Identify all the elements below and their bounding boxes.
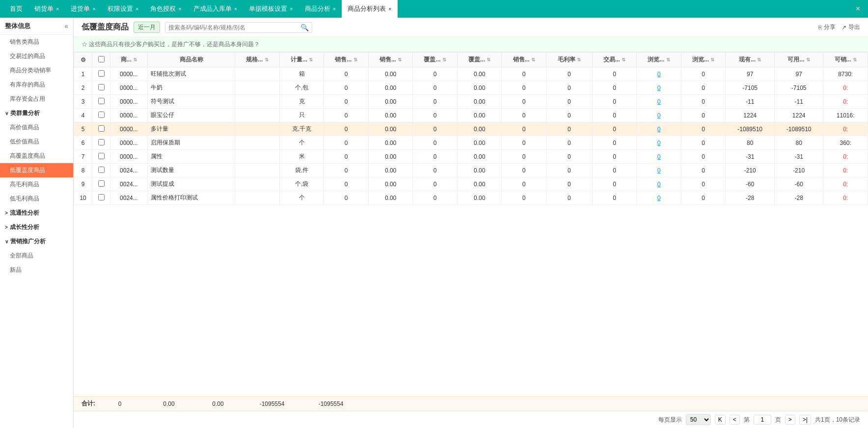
sidebar-item-all-goods[interactable]: 全部商品 bbox=[0, 249, 73, 263]
share-button[interactable]: ⎘ 分享 bbox=[818, 23, 836, 31]
cell-sales-count: 0 bbox=[502, 95, 546, 109]
col-available[interactable]: 可用... ⇅ bbox=[774, 53, 823, 67]
search-input[interactable] bbox=[168, 24, 300, 31]
cell-checkbox[interactable] bbox=[92, 122, 110, 136]
nav-item-sales[interactable]: 销货单 × bbox=[28, 0, 65, 18]
nav-close-roles[interactable]: × bbox=[178, 6, 181, 12]
nav-item-products[interactable]: 产成品入库单 × bbox=[188, 0, 243, 18]
nav-item-home[interactable]: 首页 bbox=[4, 0, 28, 18]
cell-browse1[interactable]: 0 bbox=[637, 164, 681, 177]
row-checkbox[interactable] bbox=[98, 153, 105, 159]
row-checkbox[interactable] bbox=[98, 70, 105, 77]
sidebar-group-marketing[interactable]: ∨ 营销推广分析 bbox=[0, 234, 73, 249]
cell-browse1[interactable]: 0 bbox=[637, 177, 681, 191]
row-checkbox[interactable] bbox=[98, 180, 105, 187]
cell-browse1[interactable]: 0 bbox=[637, 81, 681, 95]
nav-close-templates[interactable]: × bbox=[290, 6, 293, 12]
page-input[interactable] bbox=[754, 415, 771, 425]
col-browse2[interactable]: 浏览... ⇅ bbox=[681, 53, 726, 67]
sidebar-item-stock-fund[interactable]: 库存资金占用 bbox=[0, 92, 73, 106]
nav-close-analysis-list[interactable]: × bbox=[388, 6, 391, 12]
sidebar-item-low-coverage[interactable]: 低覆盖度商品 bbox=[0, 163, 73, 177]
nav-close-products[interactable]: × bbox=[234, 6, 237, 12]
prev-page-button[interactable]: < bbox=[730, 415, 740, 425]
row-checkbox[interactable] bbox=[98, 98, 105, 104]
cell-browse1[interactable]: 0 bbox=[637, 122, 681, 136]
col-checkbox[interactable] bbox=[92, 53, 110, 67]
cell-browse1[interactable]: 0 bbox=[637, 191, 681, 205]
cell-current: 97 bbox=[726, 67, 774, 81]
cell-checkbox[interactable] bbox=[92, 109, 110, 122]
cell-checkbox[interactable] bbox=[92, 150, 110, 164]
nav-item-templates[interactable]: 单据模板设置 × bbox=[243, 0, 298, 18]
last-page-button[interactable]: >| bbox=[799, 415, 811, 425]
table-container[interactable]: ⚙ 商... ⇅ 商品名称 规格... ⇅ 计量... ⇅ 销售... ⇅ 销售… bbox=[74, 52, 868, 396]
sidebar-item-new-goods[interactable]: 新品 bbox=[0, 263, 73, 277]
sidebar-item-category-rate[interactable]: 商品分类动销率 bbox=[0, 63, 73, 78]
cell-browse1[interactable]: 0 bbox=[637, 150, 681, 164]
sidebar-collapse-button[interactable]: « bbox=[64, 22, 68, 30]
nav-close-purchase[interactable]: × bbox=[92, 6, 95, 12]
cell-checkbox[interactable] bbox=[92, 191, 110, 205]
col-cover2[interactable]: 覆盖... ⇅ bbox=[457, 53, 502, 67]
sidebar-item-stock-goods[interactable]: 有库存的商品 bbox=[0, 78, 73, 92]
row-checkbox[interactable] bbox=[98, 194, 105, 200]
cell-current: -11 bbox=[726, 95, 774, 109]
row-checkbox[interactable] bbox=[98, 139, 105, 145]
nav-close-sales[interactable]: × bbox=[56, 6, 59, 12]
col-gross-rate[interactable]: 毛利率 ⇅ bbox=[546, 53, 592, 67]
row-checkbox[interactable] bbox=[98, 112, 105, 118]
sidebar-item-sales-goods[interactable]: 销售类商品 bbox=[0, 35, 73, 49]
cell-checkbox[interactable] bbox=[92, 95, 110, 109]
col-saleable[interactable]: 可销... ⇅ bbox=[823, 53, 868, 67]
col-browse1[interactable]: 浏览... ⇅ bbox=[637, 53, 681, 67]
cell-checkbox[interactable] bbox=[92, 136, 110, 150]
first-page-button[interactable]: K bbox=[715, 415, 726, 425]
nav-close-perms[interactable]: × bbox=[136, 6, 138, 12]
cell-name: 牛奶 bbox=[148, 81, 235, 95]
sidebar-item-high-coverage[interactable]: 高覆盖度商品 bbox=[0, 149, 73, 163]
col-settings[interactable]: ⚙ bbox=[74, 53, 92, 67]
next-page-button[interactable]: > bbox=[785, 415, 795, 425]
sidebar-item-low-margin[interactable]: 低毛利商品 bbox=[0, 192, 73, 206]
col-current[interactable]: 现有... ⇅ bbox=[726, 53, 774, 67]
col-trade[interactable]: 交易... ⇅ bbox=[592, 53, 637, 67]
col-spec[interactable]: 规格... ⇅ bbox=[235, 53, 280, 67]
nav-item-roles[interactable]: 角色授权 × bbox=[144, 0, 187, 18]
row-checkbox[interactable] bbox=[98, 84, 105, 90]
cell-checkbox[interactable] bbox=[92, 164, 110, 177]
window-close-button[interactable]: × bbox=[852, 4, 864, 13]
row-checkbox[interactable] bbox=[98, 167, 105, 173]
cell-checkbox[interactable] bbox=[92, 67, 110, 81]
cell-browse1[interactable]: 0 bbox=[637, 109, 681, 122]
page-size-select[interactable]: 50 100 200 bbox=[686, 414, 711, 425]
select-all-checkbox[interactable] bbox=[98, 56, 105, 62]
cell-checkbox[interactable] bbox=[92, 81, 110, 95]
sidebar-group-growth[interactable]: > 成长性分析 bbox=[0, 220, 73, 234]
col-sales-qty[interactable]: 销售... ⇅ bbox=[324, 53, 369, 67]
export-button[interactable]: ↗ 导出 bbox=[841, 23, 860, 31]
cell-browse1[interactable]: 0 bbox=[637, 95, 681, 109]
cell-checkbox[interactable] bbox=[92, 177, 110, 191]
row-checkbox[interactable] bbox=[98, 125, 105, 132]
col-name[interactable]: 商品名称 bbox=[148, 53, 235, 67]
nav-item-purchase[interactable]: 进货单 × bbox=[65, 0, 101, 18]
sidebar-group-liquidity[interactable]: > 流通性分析 bbox=[0, 206, 73, 220]
col-sales-count[interactable]: 销售... ⇅ bbox=[502, 53, 546, 67]
nav-close-analysis[interactable]: × bbox=[333, 6, 336, 12]
sidebar-item-high-margin[interactable]: 高毛利商品 bbox=[0, 177, 73, 192]
nav-item-perms[interactable]: 权限设置 × bbox=[102, 0, 144, 18]
col-sales-amt[interactable]: 销售... ⇅ bbox=[368, 53, 413, 67]
nav-item-analysis[interactable]: 商品分析 × bbox=[299, 0, 342, 18]
sidebar-group-cluster[interactable]: ∨ 类群量分析 bbox=[0, 106, 73, 120]
sidebar-item-high-value[interactable]: 高价值商品 bbox=[0, 120, 73, 135]
col-code[interactable]: 商... ⇅ bbox=[110, 53, 147, 67]
filter-button[interactable]: 近一月 bbox=[134, 22, 160, 33]
sidebar-item-low-value[interactable]: 低价值商品 bbox=[0, 135, 73, 149]
sidebar-item-traded-goods[interactable]: 交易过的商品 bbox=[0, 49, 73, 63]
col-unit[interactable]: 计量... ⇅ bbox=[279, 53, 324, 67]
cell-browse1[interactable]: 0 bbox=[637, 67, 681, 81]
cell-browse1[interactable]: 0 bbox=[637, 136, 681, 150]
nav-item-analysis-list[interactable]: 商品分析列表 × bbox=[342, 0, 397, 18]
col-cover1[interactable]: 覆盖... ⇅ bbox=[413, 53, 458, 67]
